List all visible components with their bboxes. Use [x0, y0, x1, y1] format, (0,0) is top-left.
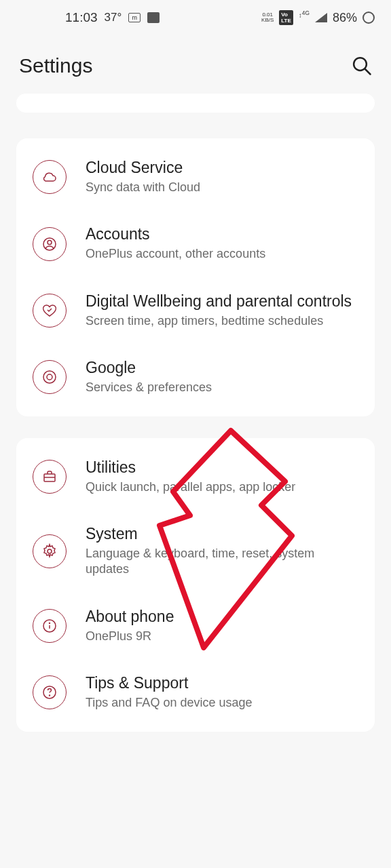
- svg-point-13: [50, 695, 50, 696]
- question-icon: [33, 675, 67, 709]
- svg-point-11: [50, 623, 50, 623]
- svg-point-4: [43, 371, 56, 383]
- item-subtitle: OnePlus account, other accounts: [86, 246, 358, 262]
- item-subtitle: Screen time, app timers, bedtime schedul…: [86, 313, 358, 329]
- item-subtitle: Sync data with Cloud: [86, 180, 358, 195]
- status-temperature: 37°: [105, 11, 122, 24]
- item-title: About phone: [86, 608, 358, 626]
- info-icon: [33, 609, 67, 643]
- list-item-digital-wellbeing[interactable]: Digital Wellbeing and parental controls …: [16, 277, 375, 344]
- list-item-tips-support[interactable]: Tips & Support Tips and FAQ on device us…: [16, 659, 375, 726]
- briefcase-icon: [33, 460, 67, 494]
- item-subtitle: OnePlus 9R: [86, 629, 358, 644]
- svg-point-5: [47, 374, 52, 380]
- list-item-utilities[interactable]: Utilities Quick launch, parallel apps, a…: [16, 443, 375, 510]
- cloud-icon: [33, 160, 67, 194]
- status-bar: 11:03 37° m 0.01 KB/S VoLTE ↕4G 86%: [0, 0, 391, 35]
- header: Settings: [0, 35, 391, 94]
- photo-icon: [147, 12, 160, 23]
- settings-group-system: Utilities Quick launch, parallel apps, a…: [16, 438, 375, 732]
- svg-point-8: [48, 549, 52, 553]
- gear-icon: [33, 534, 67, 568]
- item-subtitle: Quick launch, parallel apps, app locker: [86, 479, 358, 495]
- item-title: Google: [86, 359, 358, 377]
- list-item-cloud-service[interactable]: Cloud Service Sync data with Cloud: [16, 144, 375, 210]
- svg-point-0: [354, 58, 367, 71]
- accounts-icon: [33, 227, 67, 261]
- m-icon: m: [128, 13, 141, 22]
- item-subtitle: Services & preferences: [86, 380, 358, 395]
- status-time: 11:03: [65, 10, 98, 25]
- battery-percentage: 86%: [333, 11, 357, 25]
- item-title: Accounts: [86, 225, 358, 243]
- network-4g-icon: ↕4G: [299, 9, 310, 19]
- settings-group-services: Cloud Service Sync data with Cloud Accou…: [16, 138, 375, 416]
- list-item-google[interactable]: Google Services & preferences: [16, 344, 375, 410]
- heart-icon: [33, 294, 67, 328]
- search-icon: [352, 56, 372, 76]
- google-icon: [33, 360, 67, 394]
- list-item-accounts[interactable]: Accounts OnePlus account, other accounts: [16, 210, 375, 277]
- battery-ring-icon: [362, 12, 375, 24]
- volte-icon: VoLTE: [279, 10, 293, 25]
- item-subtitle: Tips and FAQ on device usage: [86, 695, 358, 711]
- svg-line-1: [365, 69, 371, 75]
- item-title: Cloud Service: [86, 159, 358, 177]
- item-title: Digital Wellbeing and parental controls: [86, 292, 358, 311]
- page-title: Settings: [19, 54, 92, 77]
- item-title: Utilities: [86, 458, 358, 477]
- list-item-about-phone[interactable]: About phone OnePlus 9R: [16, 593, 375, 659]
- data-speed-indicator: 0.01 KB/S: [261, 12, 274, 23]
- prev-group-card: [16, 94, 375, 113]
- signal-icon: [315, 13, 327, 22]
- item-subtitle: Language & keyboard, time, reset, system…: [86, 546, 358, 578]
- item-title: Tips & Support: [86, 674, 358, 692]
- item-title: System: [86, 525, 358, 543]
- list-item-system[interactable]: System Language & keyboard, time, reset,…: [16, 510, 375, 593]
- search-button[interactable]: [352, 56, 372, 76]
- svg-point-3: [48, 240, 52, 244]
